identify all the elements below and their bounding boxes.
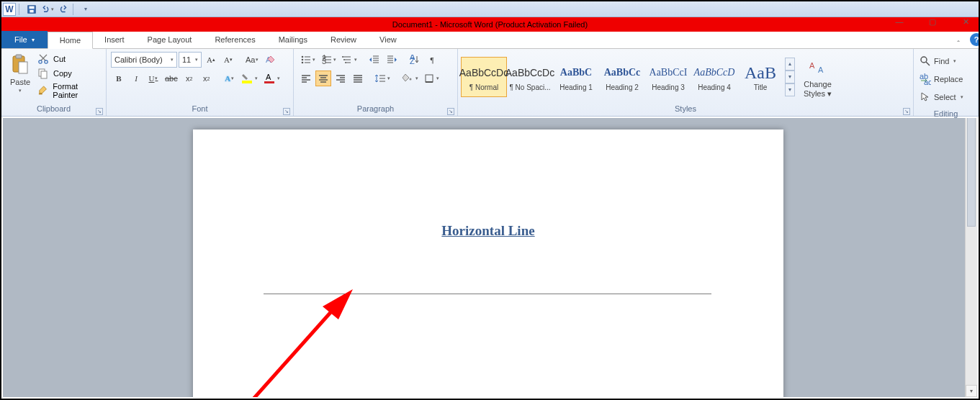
cut-button[interactable]: Cut [37, 53, 103, 65]
ribbon: Paste ▾ Cut Copy Format Painter Clipboar… [1, 49, 979, 117]
annotation-arrow [238, 289, 353, 397]
styles-row-down[interactable]: ▾ [785, 71, 795, 83]
font-dialog-launcher[interactable]: ↘ [283, 108, 290, 115]
highlight-button[interactable] [239, 71, 260, 86]
svg-point-22 [343, 59, 345, 60]
styles-group-label: Styles [675, 104, 696, 113]
close-button[interactable]: ✕ [956, 17, 976, 27]
document-page[interactable]: Horizontal Line [193, 129, 783, 397]
style-heading-4[interactable]: AaBbCcDHeading 4 [691, 57, 737, 97]
minimize-button[interactable]: — [889, 17, 909, 27]
format-painter-button[interactable]: Format Painter [37, 82, 103, 99]
select-icon [920, 91, 931, 103]
styles-gallery[interactable]: AaBbCcDc¶ NormalAaBbCcDc¶ No Spaci...AaB… [461, 57, 783, 97]
clear-formatting-button[interactable]: A [262, 52, 278, 68]
svg-rect-2 [30, 9, 33, 12]
tab-review[interactable]: Review [319, 31, 368, 48]
tab-view[interactable]: View [368, 31, 408, 48]
svg-point-7 [45, 60, 48, 63]
cut-label: Cut [53, 55, 66, 63]
select-button[interactable]: Select▾ [918, 89, 965, 105]
numbering-button[interactable]: 123 [319, 52, 338, 68]
document-area[interactable]: Horizontal Line ▴ ▾ [3, 118, 977, 397]
svg-rect-14 [264, 81, 274, 83]
bullets-button[interactable] [298, 52, 318, 68]
change-case-button[interactable]: Aa [243, 52, 261, 68]
tab-insert[interactable]: Insert [93, 31, 136, 48]
find-button[interactable]: Find▾ [918, 53, 965, 69]
grow-font-button[interactable]: A▴ [203, 52, 219, 68]
bold-button[interactable]: B [111, 71, 127, 86]
paragraph-group-label: Paragraph [357, 104, 394, 113]
tab-home[interactable]: Home [48, 32, 93, 49]
svg-rect-12 [242, 81, 252, 83]
text-effects-button[interactable]: A [222, 71, 238, 86]
vertical-scrollbar[interactable]: ▴ ▾ [965, 118, 977, 397]
multilevel-list-button[interactable] [340, 52, 359, 68]
undo-button[interactable] [41, 3, 54, 16]
strikethrough-button[interactable]: abc [163, 71, 180, 86]
borders-button[interactable] [422, 71, 441, 86]
tab-mailings[interactable]: Mailings [267, 31, 319, 48]
qat-customize-icon[interactable]: ▾ [79, 3, 92, 16]
increase-indent-button[interactable] [384, 52, 400, 68]
minimize-ribbon-icon[interactable]: ˆ [957, 40, 960, 48]
superscript-button[interactable]: x2 [199, 71, 215, 86]
shrink-font-button[interactable]: A▾ [220, 52, 236, 68]
replace-button[interactable]: abacReplace [918, 71, 965, 87]
font-group-label: Font [192, 104, 207, 113]
word-logo[interactable]: W [3, 3, 16, 16]
font-color-button[interactable]: A [261, 71, 282, 86]
italic-button[interactable]: I [128, 71, 144, 86]
svg-point-6 [39, 60, 42, 63]
paragraph-dialog-launcher[interactable]: ↘ [447, 108, 454, 115]
svg-point-15 [302, 56, 304, 58]
clipboard-group-label: Clipboard [37, 104, 71, 113]
svg-text:Z: Z [410, 57, 415, 65]
change-styles-label: ChangeStyles ▾ [804, 80, 832, 97]
align-right-button[interactable] [333, 71, 349, 86]
tab-references[interactable]: References [203, 31, 266, 48]
paste-button[interactable]: Paste ▾ [4, 52, 36, 95]
scroll-down-button[interactable]: ▾ [966, 385, 977, 397]
line-spacing-button[interactable] [373, 71, 392, 86]
style--normal[interactable]: AaBbCcDc¶ Normal [461, 57, 507, 97]
maximize-button[interactable]: ▢ [922, 17, 943, 27]
styles-row-up[interactable]: ▴ [785, 58, 795, 71]
svg-rect-27 [426, 75, 433, 82]
document-heading: Horizontal Line [193, 223, 783, 239]
subscript-button[interactable]: x2 [181, 71, 197, 86]
show-hide-button[interactable]: ¶ [424, 52, 440, 68]
align-center-button[interactable] [315, 71, 331, 86]
redo-button[interactable] [57, 3, 70, 16]
styles-expand[interactable]: ▾ [785, 83, 795, 96]
editing-group-label: Editing [934, 109, 958, 118]
sort-button[interactable]: AZ [407, 52, 423, 68]
styles-dialog-launcher[interactable]: ↘ [903, 108, 910, 115]
style-heading-1[interactable]: AaBbCHeading 1 [553, 57, 599, 97]
svg-point-21 [342, 56, 343, 58]
underline-button[interactable]: U [145, 71, 161, 86]
style-heading-3[interactable]: AaBbCcIHeading 3 [645, 57, 691, 97]
tab-file[interactable]: File [1, 31, 48, 48]
font-size-combo[interactable]: 11▾ [179, 52, 202, 68]
copy-button[interactable]: Copy [37, 68, 103, 79]
style--no-spaci-[interactable]: AaBbCcDc¶ No Spaci... [507, 57, 553, 97]
clipboard-dialog-launcher[interactable]: ↘ [96, 108, 103, 115]
shading-button[interactable] [400, 71, 421, 86]
quick-access-toolbar: W ▾ [1, 1, 979, 17]
change-styles-button[interactable]: AA ChangeStyles ▾ [799, 54, 836, 99]
tab-page-layout[interactable]: Page Layout [136, 31, 204, 48]
scroll-thumb[interactable] [967, 118, 976, 227]
justify-button[interactable] [350, 71, 366, 86]
help-icon[interactable]: ? [970, 33, 980, 46]
save-icon[interactable] [25, 3, 38, 16]
svg-rect-9 [41, 71, 47, 78]
align-left-button[interactable] [298, 71, 314, 86]
svg-point-23 [345, 62, 346, 63]
font-name-combo[interactable]: Calibri (Body)▾ [111, 52, 177, 68]
style-title[interactable]: AaBTitle [737, 57, 783, 97]
replace-icon: abac [920, 73, 931, 85]
style-heading-2[interactable]: AaBbCcHeading 2 [599, 57, 645, 97]
decrease-indent-button[interactable] [367, 52, 382, 68]
